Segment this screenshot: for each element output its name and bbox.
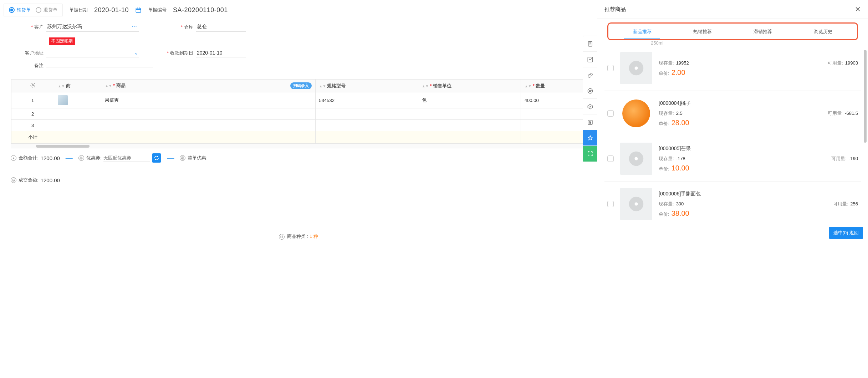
item-name: [0000004]橘子 <box>659 100 858 107</box>
scan-input-button[interactable]: 扫码录入 <box>290 82 312 89</box>
radio-return-icon <box>36 7 41 13</box>
minus-icon: — <box>167 154 174 162</box>
col-product[interactable]: ▲▼* 商品 扫码录入 <box>101 80 315 92</box>
toolbar-notes-button[interactable] <box>583 36 597 52</box>
address-label: 客户地址 <box>11 50 46 56</box>
tab-return-order[interactable]: 退货单 <box>36 7 57 13</box>
item-checkbox[interactable] <box>607 65 614 71</box>
col-spec[interactable]: ▲▼规格型号 <box>315 80 418 92</box>
svg-point-4 <box>588 88 593 93</box>
col-merchant[interactable]: ▲▼商 <box>54 80 101 92</box>
toolbar-chart-button[interactable] <box>583 52 597 67</box>
recommend-list[interactable]: 250ml 现存量:19952 可用量:19903 单价:2.00 [0 <box>597 40 868 223</box>
deal-icon: 成 <box>11 177 16 183</box>
whole-discount: 惠 整单优惠: <box>180 155 208 161</box>
list-item[interactable]: [0000005]芒果 现存量:-178 可用量:-190 单价:10.00 <box>604 136 861 182</box>
remark-field[interactable] <box>46 64 153 67</box>
list-item[interactable]: 现存量:19952 可用量:19903 单价:2.00 <box>604 46 861 91</box>
side-toolbar <box>583 36 597 162</box>
footer-summary: 品 商品种类 : 1 种 <box>0 233 597 240</box>
remark-label: 备注 <box>11 62 46 69</box>
tab-history[interactable]: 浏览历史 <box>793 26 853 39</box>
toolbar-reject-button[interactable] <box>583 99 597 114</box>
due-date-value: 2020-01-10 <box>197 50 223 56</box>
chevron-down-icon: ⌄ <box>134 50 138 56</box>
item-checkbox[interactable] <box>607 110 614 117</box>
warehouse-value: 总仓 <box>197 24 207 30</box>
vertical-scrollbar[interactable] <box>864 50 867 143</box>
table-settings-button[interactable] <box>11 80 54 92</box>
select-return-button[interactable]: 选中(0) 返回 <box>829 227 863 239</box>
row-index: 1 <box>11 92 54 108</box>
svg-point-9 <box>635 157 638 160</box>
doc-no-value: SA-20200110-001 <box>173 6 228 14</box>
yen-icon: ¥ <box>11 155 16 161</box>
svg-point-11 <box>635 203 638 206</box>
col-qty[interactable]: ▲▼* 数量 <box>521 80 589 92</box>
recommend-title: 推荐商品 <box>604 6 626 13</box>
warehouse-label: 仓库 <box>160 24 196 30</box>
toolbar-favorite-button[interactable] <box>583 130 597 146</box>
partial-item-text: 250ml <box>604 40 861 46</box>
coupon-input[interactable] <box>103 154 150 162</box>
line-items-table: ▲▼商 ▲▼* 商品 扫码录入 ▲▼规格型号 ▲▼* 销售单位 ▲▼* 数量 1… <box>11 79 590 148</box>
doc-type-tabs: 销货单 退货单 <box>4 4 63 16</box>
tab-slow[interactable]: 滞销推荐 <box>733 26 793 39</box>
refresh-coupon-button[interactable] <box>152 153 161 163</box>
product-thumb-icon <box>58 95 68 105</box>
tab-new[interactable]: 新品推荐 <box>612 26 672 39</box>
customer-more-icon[interactable]: ··· <box>132 24 138 30</box>
doc-no-label: 单据编号 <box>148 7 167 13</box>
customer-field[interactable]: 苏州万达沃尔玛 ··· <box>46 22 139 32</box>
svg-point-7 <box>635 67 638 70</box>
coupon-field: 券 优惠券: <box>78 153 162 163</box>
list-item[interactable]: [0000004]橘子 现存量:2.5 可用量:-681.5 单价:28.00 <box>604 91 861 136</box>
warehouse-field[interactable]: 总仓 <box>196 22 246 32</box>
cell-unit[interactable]: 包 <box>418 92 521 108</box>
tab-return-label: 退货单 <box>44 7 57 13</box>
product-image-orange <box>620 97 652 129</box>
cell-product[interactable]: 果倍爽 <box>101 92 315 108</box>
toolbar-currency-button[interactable] <box>583 114 597 130</box>
kind-icon: 品 <box>279 234 285 240</box>
item-name: [0000006]手撕面包 <box>659 191 858 197</box>
product-placeholder-icon <box>620 143 652 175</box>
item-name: [0000005]芒果 <box>659 145 858 152</box>
cell-qty[interactable]: 400.00 <box>521 92 589 108</box>
due-date-label: 收款到期日 <box>160 50 196 56</box>
table-row[interactable]: 3 <box>11 120 589 131</box>
table-row[interactable]: 1 果倍爽 534532 包 400.00 <box>11 92 589 108</box>
toolbar-expand-button[interactable] <box>583 146 597 162</box>
horizontal-scrollbar[interactable] <box>11 144 589 148</box>
list-item[interactable]: [0000006]手撕面包 现存量:300 可用量:256 单价:38.00 <box>604 182 861 223</box>
cell-spec[interactable]: 534532 <box>315 92 418 108</box>
table-row[interactable]: 2 <box>11 108 589 120</box>
toolbar-exchange-button[interactable] <box>583 83 597 99</box>
customer-value: 苏州万达沃尔玛 <box>47 24 82 30</box>
col-unit[interactable]: ▲▼* 销售单位 <box>418 80 521 92</box>
product-placeholder-icon <box>620 188 652 220</box>
close-icon[interactable]: ✕ <box>855 5 861 14</box>
doc-date-label: 单据日期 <box>69 7 88 13</box>
address-field[interactable]: ⌄ <box>46 48 139 57</box>
svg-point-1 <box>32 85 34 86</box>
subtotal-row: 小计 <box>11 131 589 144</box>
tab-hot[interactable]: 热销推荐 <box>672 26 732 39</box>
tab-sale-order[interactable]: 销货单 <box>9 7 31 13</box>
recommend-tabs: 新品推荐 热销推荐 滞销推荐 浏览历史 <box>607 22 858 40</box>
coupon-icon: 券 <box>78 155 84 161</box>
calendar-icon[interactable] <box>135 7 142 13</box>
svg-rect-0 <box>136 8 141 12</box>
tab-sale-label: 销货单 <box>17 7 31 13</box>
item-checkbox[interactable] <box>607 201 614 207</box>
product-placeholder-icon <box>620 52 652 84</box>
due-date-field[interactable]: 2020-01-10 <box>196 48 246 57</box>
doc-date-value[interactable]: 2020-01-10 <box>94 6 129 14</box>
discount-icon: 惠 <box>180 155 185 161</box>
total-amount: ¥ 金额合计: 1200.00 <box>11 155 60 161</box>
customer-label: 客户 <box>11 24 46 30</box>
deal-amount: 成 成交金额: 1200.00 <box>11 177 60 183</box>
item-checkbox[interactable] <box>607 155 614 162</box>
toolbar-link-button[interactable] <box>583 67 597 83</box>
minus-icon: — <box>66 154 73 162</box>
